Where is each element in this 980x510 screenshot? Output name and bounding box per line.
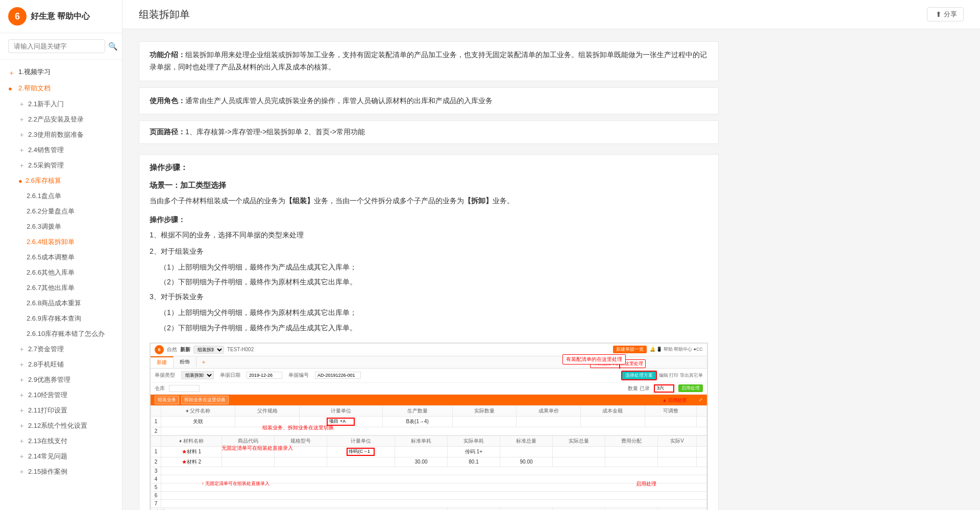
td-num: 2 [151, 427, 161, 435]
sidebar-item-213[interactable]: ＋ 2.13在线支付 [0, 433, 122, 449]
sidebar-item-23[interactable]: ＋ 2.3使用前数据准备 [0, 127, 122, 142]
nav-label: 2.11打印设置 [28, 406, 67, 415]
screenshot-area: 6 自然 新新 组装拆卸单 TEST-H002 新建单据一览 🔔 📱 帮助 帮助… [150, 343, 708, 510]
sidebar-item-docs[interactable]: ● 2.帮助文档 [0, 80, 122, 96]
plus-icon: ＋ [18, 100, 25, 109]
annotation-bottom-left: ↑ 无固定清单可在组装处直接录入 [202, 480, 270, 487]
mini-apply-button[interactable]: 启用处理 [678, 384, 703, 392]
search-area: 🔍 [0, 33, 122, 60]
nav-label: 2.9优惠券管理 [28, 375, 70, 384]
plus-icon: ＋ [18, 452, 25, 461]
sidebar-item-2610[interactable]: 2.6.10库存账本错了怎么办 [0, 326, 122, 342]
mini-select-type[interactable]: 组装拆卸单 [193, 346, 224, 354]
sidebar-item-263[interactable]: 2.6.3调拨单 [0, 219, 122, 234]
nav-label: 2.6.4组装拆卸单 [27, 237, 75, 247]
sidebar-item-label: 2.帮助文档 [18, 84, 51, 93]
td-unit [327, 446, 395, 457]
sidebar-item-26[interactable]: ● 2.6库存核算 [0, 173, 122, 188]
td-parent-name: 关联 [161, 416, 235, 427]
path-box: 页面路径：1、库存核算->库存管理->组装拆卸单 2、首页->常用功能 [139, 120, 719, 144]
sidebar-item-267[interactable]: 2.6.7其他出库单 [0, 280, 122, 296]
td-act-tot [552, 457, 605, 467]
nav-label: 2.3使用前数据准备 [28, 130, 84, 139]
td-act-con: 传码 1+ [448, 446, 500, 457]
sidebar-item-265[interactable]: 2.6.5成本调整单 [0, 250, 122, 265]
search-button[interactable]: 🔍 [108, 42, 118, 51]
minus-icon: ● [18, 177, 22, 185]
mini-tab-add[interactable]: ＋ [197, 356, 211, 368]
plus-icon: ＋ [18, 436, 25, 446]
mini-form-num-input[interactable] [315, 372, 361, 379]
th-material-name: ♦ 材料名称 [161, 435, 222, 446]
th-cost-price: 成果单价 [517, 405, 581, 416]
sidebar-item-210[interactable]: ＋ 2.10经营管理 [0, 387, 122, 403]
content-header: 组装拆卸单 ⬆ 分享 [122, 0, 980, 29]
nav-label: 2.6.2分量盘点单 [27, 207, 75, 216]
function-intro-box: 功能介绍：组装拆卸单用来处理企业组装或拆卸等加工业务，支持有固定装配清单的产品加… [139, 41, 719, 81]
plus-icon: ＋ [18, 467, 25, 476]
mini-btn-disassemble[interactable]: 拆卸业务在这里切换 [181, 396, 229, 404]
td-actual-v [657, 446, 696, 457]
search-input[interactable] [8, 39, 105, 53]
operations-section: 操作步骤： 场景一：加工类型选择 当由多个子件材料组装成一个成品的业务为【组装】… [139, 154, 719, 510]
mini-tab-new[interactable]: 新建 [151, 356, 174, 368]
sidebar-item-215[interactable]: ＋ 2.15操作案例 [0, 464, 122, 479]
sidebar-item-266[interactable]: 2.6.6其他入库单 [0, 265, 122, 280]
th-parent-spec: 父件规格 [235, 405, 300, 416]
sidebar-item-label: 1.视频学习 [18, 67, 51, 77]
sidebar-item-268[interactable]: 2.6.8商品成本重算 [0, 296, 122, 311]
sidebar-item-25[interactable]: ＋ 2.5采购管理 [0, 158, 122, 173]
path-text: 1、库存核算->库存管理->组装拆卸单 2、首页->常用功能 [185, 128, 365, 136]
plus-icon: ＋ [18, 145, 25, 155]
annotation-scene-switch: 组装业务、拆卸业务在这里切换 [262, 424, 334, 431]
mini-process-button[interactable]: 选择处理方案 [621, 371, 657, 380]
mini-table-input2[interactable] [347, 448, 375, 456]
sidebar-item-24[interactable]: ＋ 2.4销售管理 [0, 142, 122, 158]
sidebar-item-214[interactable]: ＋ 2.14常见问题 [0, 449, 122, 464]
main-content: 组装拆卸单 ⬆ 分享 功能介绍：组装拆卸单用来处理企业组装或拆卸等加工业务，支持… [122, 0, 980, 510]
sidebar-item-262[interactable]: 2.6.2分量盘点单 [0, 204, 122, 219]
nav-label: 2.6.10库存账本错了怎么办 [27, 329, 105, 338]
sidebar-item-269[interactable]: 2.6.9库存账本查询 [0, 311, 122, 326]
mini-tab-second[interactable]: 粉饰 [174, 357, 197, 367]
mini-logo-icon: 6 [155, 345, 164, 354]
sidebar-item-211[interactable]: ＋ 2.11打印设置 [0, 403, 122, 418]
sidebar-item-videos[interactable]: ＋ 1.视频学习 [0, 64, 122, 80]
td-num: 7 [151, 499, 161, 507]
sidebar-item-21[interactable]: ＋ 2.1新手入门 [0, 96, 122, 112]
mini-btn-assemble[interactable]: 组装业务 [155, 396, 179, 404]
th-checkbox [151, 435, 161, 446]
app-name: 好生意 帮助中心 [31, 11, 90, 22]
plus-icon: ＋ [18, 345, 25, 354]
td-adjustable [645, 416, 696, 427]
sidebar-item-22[interactable]: ＋ 2.2产品安装及登录 [0, 112, 122, 127]
sidebar-item-261[interactable]: 2.6.1盘点单 [0, 188, 122, 204]
sidebar-item-264[interactable]: 2.6.4组装拆卸单 [0, 234, 122, 250]
td-num: 1 [151, 446, 161, 457]
mini-resize-icon[interactable]: ⤢ [699, 397, 703, 402]
nav-label: 2.6.9库存账本查询 [27, 314, 81, 323]
step1: 1、根据不同的业务，选择不同单据的类型来处理 [150, 229, 708, 241]
sidebar-item-27[interactable]: ＋ 2.7资金管理 [0, 342, 122, 357]
mini-qty-input[interactable] [654, 384, 674, 393]
sidebar-item-28[interactable]: ＋ 2.8手机旺铺 [0, 357, 122, 372]
nav-label: 2.6.3调拨单 [27, 222, 61, 231]
mini-form-date-input[interactable] [247, 372, 282, 379]
td-footer-label: 合计 [151, 507, 448, 510]
th-actual-consume: 实际单耗 [448, 435, 500, 446]
sidebar-item-212[interactable]: ＋ 2.12系统个性化设置 [0, 418, 122, 433]
td-unit [327, 457, 395, 467]
td-footer-val1: 99.00 [448, 507, 500, 510]
sidebar-item-29[interactable]: ＋ 2.9优惠券管理 [0, 372, 122, 387]
page-title: 组装拆卸单 [139, 8, 190, 21]
role-text: 通常由生产人员或库管人员完成拆装业务的操作，库管人员确认原材料的出库和产成品的入… [185, 96, 493, 105]
mini-new-doc-button[interactable]: 新建单据一览 [613, 346, 647, 353]
step2-2: （2）下部明细为子件明细，最终作为原材料生成其它出库单。 [150, 276, 708, 288]
td-std-con: 30.00 [395, 457, 448, 467]
nav-label: 2.5采购管理 [28, 161, 64, 170]
mini-form-type-select[interactable]: 组装拆卸 [181, 371, 214, 379]
logo-icon: 6 [8, 7, 27, 26]
mini-warehouse-input[interactable] [169, 385, 200, 392]
td-spec [274, 457, 327, 467]
share-button[interactable]: ⬆ 分享 [927, 7, 964, 21]
